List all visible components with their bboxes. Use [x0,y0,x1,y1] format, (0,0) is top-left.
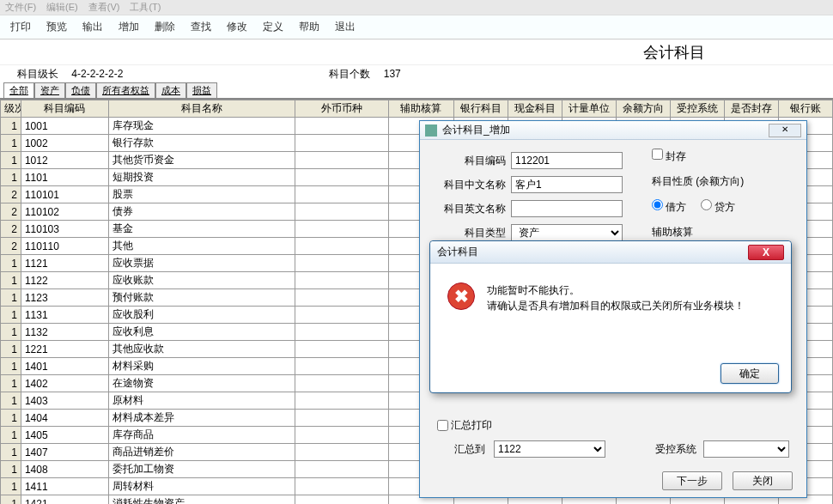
toolbar-button[interactable]: 打印 [10,20,31,34]
dialog-titlebar[interactable]: 会计科目_增加 ✕ [420,121,806,140]
cell [295,238,389,255]
column-header[interactable]: 受控系统 [670,100,724,118]
cell-name: 股票 [109,186,295,203]
column-header[interactable]: 科目编码 [21,100,108,118]
menu-item[interactable]: 编辑(E) [46,1,78,14]
menu-item[interactable]: 文件(F) [5,1,36,14]
toolbar-button[interactable]: 帮助 [299,20,319,34]
tab[interactable]: 成本 [155,82,186,98]
row-level: 2 [1,238,21,255]
error-close-icon[interactable]: X [748,245,784,260]
row-level: 1 [1,392,21,410]
cell [295,272,389,289]
cell [295,478,389,495]
debit-radio[interactable] [652,199,663,210]
cell [295,444,389,461]
close-icon[interactable]: ✕ [769,124,801,137]
toolbar-button[interactable]: 输出 [82,20,103,34]
column-header[interactable]: 级次 [1,100,21,118]
cell-name: 原材料 [109,392,295,410]
menu-item[interactable]: 工具(T) [130,1,161,14]
tab[interactable]: 负债 [65,82,96,98]
menubar: 文件(F)编辑(E)查看(V)工具(T) [0,0,833,15]
tab[interactable]: 资产 [34,82,65,98]
cell-code: 1405 [21,427,108,444]
toolbar-button[interactable]: 查找 [191,20,211,34]
category-tabs: 全部资产负债所有者权益成本损益 [0,82,833,100]
row-level: 1 [1,358,21,375]
row-level: 1 [1,427,21,444]
cname-input[interactable] [511,176,623,193]
column-header[interactable]: 科目名称 [109,100,295,118]
cell-code: 1221 [21,341,108,358]
cell-name: 基金 [109,221,295,238]
ctrl-select[interactable] [703,440,789,458]
column-header[interactable]: 计量单位 [562,100,616,118]
close-button[interactable]: 关闭 [733,471,793,490]
row-level: 1 [1,341,21,358]
toolbar-button[interactable]: 删除 [155,20,175,34]
row-level: 1 [1,375,21,392]
cell [295,203,389,221]
cell-code: 1408 [21,461,108,478]
cell-code: 1122 [21,272,108,289]
count-label: 科目个数 [329,68,370,80]
cell-code: 1411 [21,478,108,495]
error-dialog: 会计科目 X ✖ 功能暂时不能执行。 请确认是否具有增加科目的权限或已关闭所有业… [429,240,792,393]
cell-code: 1421 [21,495,108,505]
tab[interactable]: 损益 [186,82,217,98]
aux-label: 辅助核算 [652,225,789,240]
cell-name: 应收票据 [109,255,295,272]
toolbar: 打印预览输出增加删除查找修改定义帮助退出 [0,15,833,39]
toolbar-button[interactable]: 定义 [263,20,283,34]
cell [295,427,389,444]
toolbar-button[interactable]: 退出 [335,20,356,34]
column-header[interactable]: 银行科目 [453,100,508,118]
cell-name: 其他货币资金 [109,152,295,169]
tab[interactable]: 所有者权益 [96,82,155,98]
sealed-checkbox[interactable] [652,149,663,160]
ok-button[interactable]: 确定 [721,363,779,384]
row-level: 2 [1,203,21,221]
cell [295,135,389,152]
sealed-label: 封存 [666,150,686,162]
column-header[interactable]: 外币币种 [295,100,389,118]
toolbar-button[interactable]: 修改 [227,20,247,34]
type-select[interactable]: 资产 [511,224,623,241]
debit-radio-label[interactable]: 借方 [652,201,686,213]
column-header[interactable]: 辅助核算 [388,100,453,118]
ename-input[interactable] [511,200,623,217]
credit-radio[interactable] [701,199,712,210]
row-level: 1 [1,444,21,461]
row-level: 1 [1,410,21,427]
row-level: 1 [1,152,21,169]
row-level: 1 [1,495,21,505]
cell-name: 商品进销差价 [109,444,295,461]
row-level: 1 [1,289,21,307]
cell-code: 1132 [21,324,108,341]
column-header[interactable]: 余额方向 [616,100,670,118]
cell-name: 委托加工物资 [109,461,295,478]
next-button[interactable]: 下一步 [662,471,722,490]
code-input[interactable] [511,152,623,169]
error-titlebar[interactable]: 会计科目 X [430,241,791,264]
column-header[interactable]: 现金科目 [508,100,562,118]
cell-name: 在途物资 [109,375,295,392]
toolbar-button[interactable]: 预览 [46,20,67,34]
cell-code: 1001 [21,118,108,135]
toolbar-button[interactable]: 增加 [119,20,139,34]
error-icon: ✖ [447,282,475,310]
sumprint-checkbox[interactable] [437,420,448,431]
sumto-select[interactable]: 1122 [494,440,605,458]
nature-label: 科目性质 (余额方向) [652,174,789,189]
cell-name: 周转材料 [109,478,295,495]
tab[interactable]: 全部 [3,82,34,98]
column-header[interactable]: 银行账 [778,100,832,118]
credit-radio-label[interactable]: 贷方 [701,201,735,213]
type-label: 科目类型 [437,226,506,240]
row-level: 1 [1,169,21,186]
column-header[interactable]: 是否封存 [724,100,778,118]
menu-item[interactable]: 查看(V) [88,1,120,14]
info-row: 科目级长 4-2-2-2-2-2 科目个数 137 [0,65,833,82]
row-level: 1 [1,118,21,135]
